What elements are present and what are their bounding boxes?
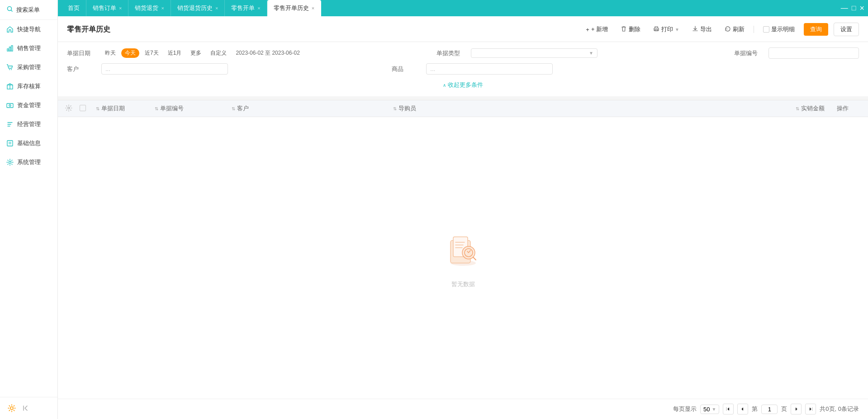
sidebar-item-label: 系统管理 xyxy=(17,158,41,166)
print-label: 打印 xyxy=(661,25,673,33)
sidebar-item-label: 快捷导航 xyxy=(17,25,41,33)
page-number-input[interactable] xyxy=(761,405,778,414)
col-customer-label: 客户 xyxy=(237,104,249,113)
next-page-btn[interactable] xyxy=(791,404,802,414)
close-icon[interactable]: × xyxy=(215,5,218,11)
col-header-amount[interactable]: ⇅ 实销金额 xyxy=(770,104,825,113)
query-button[interactable]: 查询 xyxy=(804,23,828,36)
home-icon xyxy=(6,26,14,33)
svg-rect-18 xyxy=(655,29,658,31)
refresh-label: 刷新 xyxy=(733,25,745,33)
close-icon[interactable]: × xyxy=(257,5,260,11)
tab-retail-open-history[interactable]: 零售开单历史 × xyxy=(267,0,321,16)
tab-sales-return-history[interactable]: 销货退货历史 × xyxy=(171,0,225,16)
date-range-display: 2023-06-02 至 2023-06-02 xyxy=(236,49,299,57)
page-label: 第 xyxy=(752,405,758,413)
sidebar-item-sales-mgmt[interactable]: 销售管理 xyxy=(0,39,57,58)
goods-filter-label: 商品 xyxy=(392,65,419,73)
sidebar-item-label: 经营管理 xyxy=(17,120,41,128)
col-amount-label: 实销金额 xyxy=(801,104,825,113)
table-checkbox-col[interactable] xyxy=(80,105,96,113)
order-no-input[interactable] xyxy=(768,47,859,59)
sidebar-item-quick-nav[interactable]: 快捷导航 xyxy=(0,20,57,39)
prev-page-btn[interactable] xyxy=(737,404,748,414)
goods-filter-input[interactable]: ... xyxy=(426,63,553,75)
close-icon[interactable]: × xyxy=(312,5,314,11)
type-filter-select[interactable]: ▼ xyxy=(471,48,598,58)
close-icon[interactable]: × xyxy=(119,5,122,11)
customer-placeholder: ... xyxy=(105,66,110,72)
table-area: ⇅ 单据日期 ⇅ 单据编号 ⇅ 客户 ⇅ 导购员 ⇅ 实销金额 操作 xyxy=(58,100,868,399)
customer-filter-label: 客户 xyxy=(67,65,94,73)
svg-point-0 xyxy=(8,7,12,11)
collapse-more-conditions-btn[interactable]: ∧ 收起更多条件 xyxy=(67,79,859,91)
print-button[interactable]: 打印 ▼ xyxy=(650,24,683,35)
collapse-label: 收起更多条件 xyxy=(448,81,483,89)
date-btn-7days[interactable]: 近7天 xyxy=(141,48,162,58)
main-content: 首页 销售订单 × 销货退货 × 销货退货历史 × 零售开单 × 零售开单历史 … xyxy=(58,0,868,419)
delete-button[interactable]: 删除 xyxy=(617,24,644,35)
collapse-sidebar-button[interactable] xyxy=(21,403,32,414)
col-header-customer[interactable]: ⇅ 客户 xyxy=(232,104,393,113)
sidebar: 搜索采单 快捷导航 销售管理 xyxy=(0,0,58,419)
table-settings-icon[interactable] xyxy=(65,106,72,113)
refresh-button[interactable]: 刷新 xyxy=(721,24,748,35)
tab-retail-open[interactable]: 零售开单 × xyxy=(225,0,267,16)
sidebar-item-label: 基础信息 xyxy=(17,139,41,147)
table-header: ⇅ 单据日期 ⇅ 单据编号 ⇅ 客户 ⇅ 导购员 ⇅ 实销金额 操作 xyxy=(58,100,868,117)
close-window-icon[interactable]: × xyxy=(859,4,864,13)
sidebar-item-inventory[interactable]: 库存核算 xyxy=(0,77,57,96)
col-date-sort-icon: ⇅ xyxy=(96,106,100,111)
search-menu-btn[interactable]: 搜索采单 xyxy=(0,0,57,20)
sidebar-item-finance[interactable]: 资金管理 xyxy=(0,96,57,115)
svg-rect-4 xyxy=(11,46,13,51)
date-btn-1month[interactable]: 近1月 xyxy=(164,48,185,58)
date-btn-yesterday[interactable]: 昨天 xyxy=(101,48,119,58)
page-title: 零售开单历史 xyxy=(67,25,110,34)
col-header-guide[interactable]: ⇅ 导购员 xyxy=(393,104,447,113)
print-dropdown-icon[interactable]: ▼ xyxy=(675,27,679,32)
pagination: 每页显示 50 ▼ 第 页 共0页, 0条记录 xyxy=(58,399,868,419)
export-button[interactable]: 导出 xyxy=(688,24,716,35)
date-btn-today[interactable]: 今天 xyxy=(121,48,139,58)
empty-text: 暂无数据 xyxy=(451,280,475,288)
query-label: 查询 xyxy=(810,25,822,33)
col-date-label: 单据日期 xyxy=(101,104,125,113)
print-icon xyxy=(653,26,659,33)
date-btn-custom[interactable]: 自定义 xyxy=(207,48,230,58)
display-detail-btn[interactable]: 显示明细 xyxy=(759,24,798,35)
minimize-icon[interactable]: — xyxy=(841,4,848,12)
tab-home[interactable]: 首页 xyxy=(62,0,86,16)
order-no-label: 单据编号 xyxy=(734,49,761,57)
tab-retail-open-label: 零售开单 xyxy=(231,4,255,12)
svg-point-5 xyxy=(9,69,10,70)
col-header-date[interactable]: ⇅ 单据日期 xyxy=(96,104,155,113)
sidebar-item-operations[interactable]: 经营管理 xyxy=(0,115,57,134)
settings-btn[interactable]: 设置 xyxy=(834,23,859,36)
settings-button[interactable] xyxy=(6,403,17,414)
export-icon xyxy=(692,26,698,33)
sidebar-item-purchase-mgmt[interactable]: 采购管理 xyxy=(0,58,57,77)
col-action-label: 操作 xyxy=(837,104,849,113)
tab-sales-return[interactable]: 销货退货 × xyxy=(128,0,171,16)
svg-rect-2 xyxy=(7,49,9,51)
col-order-no-label: 单据编号 xyxy=(160,104,184,113)
tab-sales-order[interactable]: 销售订单 × xyxy=(86,0,128,16)
svg-line-1 xyxy=(11,10,13,12)
customer-filter-input[interactable]: ... xyxy=(101,63,228,75)
col-header-order-no[interactable]: ⇅ 单据编号 xyxy=(155,104,232,113)
last-page-btn[interactable] xyxy=(805,404,816,414)
first-page-btn[interactable] xyxy=(723,404,734,414)
sidebar-item-base-info[interactable]: 基础信息 xyxy=(0,134,57,153)
per-page-label: 每页显示 xyxy=(673,405,697,413)
add-button[interactable]: + + 新增 xyxy=(582,24,612,35)
add-label: + 新增 xyxy=(591,25,608,33)
per-page-select[interactable]: 50 ▼ xyxy=(700,405,719,414)
tab-retail-open-history-label: 零售开单历史 xyxy=(274,4,309,12)
sidebar-item-sys-mgmt[interactable]: 系统管理 xyxy=(0,153,57,172)
restore-icon[interactable]: □ xyxy=(852,4,856,12)
export-label: 导出 xyxy=(700,25,712,33)
close-icon[interactable]: × xyxy=(161,5,164,11)
date-btn-more[interactable]: 更多 xyxy=(187,48,205,58)
checkbox-all-icon xyxy=(80,105,86,111)
